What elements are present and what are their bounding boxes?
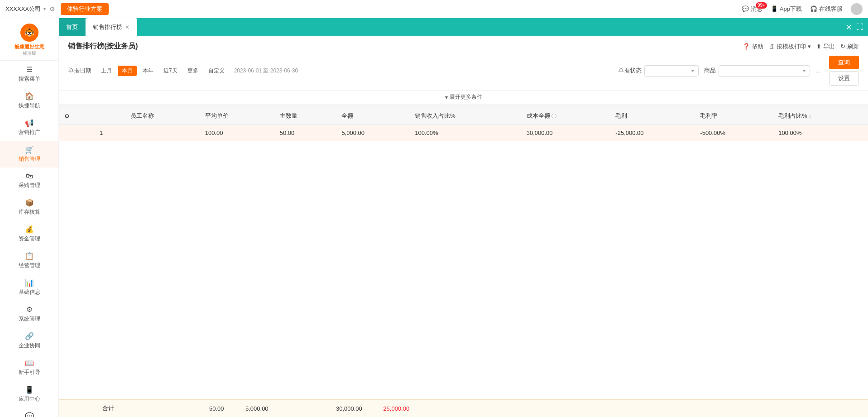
company-selector[interactable]: XXXXXX公司 ▾ bbox=[5, 5, 46, 13]
page-title: 销售排行榜(按业务员) bbox=[68, 42, 138, 51]
footer-total-label: 合计 bbox=[91, 404, 173, 412]
data-table: ⚙ 员工名称 平均单价 主数量 全额 销售收入占比% 成本全额 ⓘ 毛利 毛利率… bbox=[59, 107, 868, 141]
employee-column-header: 员工名称 bbox=[125, 107, 200, 125]
close-window-icon[interactable]: ✕ bbox=[846, 23, 852, 32]
app-center-icon: 📱 bbox=[25, 385, 34, 394]
sidebar-item-marketing[interactable]: 📢 营销推广 bbox=[0, 114, 58, 141]
row-employee bbox=[125, 125, 200, 141]
sidebar-item-purchase[interactable]: 🛍 采购管理 bbox=[0, 168, 58, 194]
sidebar-item-finance[interactable]: 💰 资金管理 bbox=[0, 220, 58, 247]
chevron-down-icon: ▾ bbox=[43, 6, 46, 11]
row-avg-price: 100.00 bbox=[200, 125, 274, 141]
message-badge: 99+ bbox=[756, 2, 767, 9]
page-header: 销售排行榜(按业务员) ❓ 帮助 🖨 按模板打印 ▾ ⬆ 导出 bbox=[59, 36, 868, 51]
cost-info-icon[interactable]: ⓘ bbox=[551, 113, 556, 119]
operations-icon: 📋 bbox=[25, 252, 34, 260]
avatar[interactable] bbox=[851, 3, 863, 15]
date-range: 2023-06-01 至 2023-06-30 bbox=[234, 67, 298, 75]
date-tab-more[interactable]: 更多 bbox=[183, 66, 202, 76]
sidebar-item-beginner[interactable]: 📖 新手引导 bbox=[0, 354, 58, 381]
export-icon: ⬆ bbox=[816, 43, 821, 50]
message-button[interactable]: 💬 消息 99+ bbox=[742, 5, 762, 13]
try-industry-button[interactable]: 体验行业方案 bbox=[61, 3, 109, 15]
sidebar-item-enterprise-collab[interactable]: 🔗 企业协同 bbox=[0, 327, 58, 354]
more-filters-button[interactable]: ... bbox=[815, 67, 820, 74]
base-info-icon: 📊 bbox=[25, 278, 34, 287]
gross-profit-column-header: 毛利 bbox=[610, 107, 695, 125]
gross-margin-column-header: 毛利率 bbox=[695, 107, 773, 125]
content-area: 首页 销售排行榜 ✕ ✕ ⛶ 销售排行榜(按业务员) ❓ 帮助 bbox=[59, 18, 868, 417]
wechat-icon: 💬 bbox=[25, 412, 34, 417]
sidebar-item-label: 基础信息 bbox=[19, 288, 40, 296]
message-icon: 💬 bbox=[742, 5, 749, 12]
top-bar: XXXXXX公司 ▾ ⚙ 体验行业方案 💬 消息 99+ 📱 App下载 🎧 在… bbox=[0, 0, 868, 18]
footer-gross-profit: -25,000.00 bbox=[381, 405, 427, 412]
home-tab-label: 首页 bbox=[66, 23, 78, 31]
company-name: XXXXXX公司 bbox=[5, 5, 41, 13]
cost-amount-column-header: 成本全额 ⓘ bbox=[521, 107, 610, 125]
sidebar-item-label: 经营管理 bbox=[19, 262, 40, 269]
tab-home[interactable]: 首页 bbox=[59, 18, 86, 36]
date-tab-this-month[interactable]: 本月 bbox=[118, 66, 137, 76]
sidebar-item-operations[interactable]: 📋 经营管理 bbox=[0, 247, 58, 274]
sidebar-item-label: 搜索菜单 bbox=[19, 75, 40, 83]
sidebar-item-quick-nav[interactable]: 🏠 快捷导航 bbox=[0, 87, 58, 114]
doc-status-select[interactable] bbox=[644, 65, 699, 77]
app-download-icon: 📱 bbox=[771, 5, 778, 12]
sidebar-item-label: 资金管理 bbox=[19, 235, 40, 243]
date-tab-custom[interactable]: 自定义 bbox=[204, 66, 229, 76]
gross-ratio-info-icon[interactable]: ↕ bbox=[809, 113, 811, 119]
finance-icon: 💰 bbox=[25, 225, 34, 234]
sidebar: 🐯 畅康通好生意 标准版 ☰ 搜索菜单 🏠 快捷导航 📢 营销推广 🛒 销售管理… bbox=[0, 18, 59, 417]
settings-button[interactable]: 设置 bbox=[829, 71, 859, 86]
filter-bar: 单据日期 上月 本月 本年 近7天 更多 自定义 2023-06-01 至 20… bbox=[59, 51, 868, 90]
purchase-icon: 🛍 bbox=[26, 172, 33, 180]
row-cost-amount: 30,000.00 bbox=[521, 125, 610, 141]
expand-bar: ▾ 展开更多条件 bbox=[59, 90, 868, 104]
export-button[interactable]: ⬆ 导出 bbox=[816, 43, 835, 51]
inventory-icon: 📦 bbox=[25, 198, 34, 207]
date-tab-this-year[interactable]: 本年 bbox=[139, 66, 158, 76]
row-sales-ratio: 100.00% bbox=[409, 125, 521, 141]
expand-more-conditions-button[interactable]: ▾ 展开更多条件 bbox=[445, 93, 482, 101]
doc-status-field: 单据状态 bbox=[618, 65, 699, 77]
footer-total-amount: 5,000.00 bbox=[245, 405, 291, 412]
logo-icon: 🐯 bbox=[20, 24, 38, 42]
template-print-button[interactable]: 🖨 按模板打印 ▾ bbox=[769, 43, 811, 51]
query-button[interactable]: 查询 bbox=[829, 56, 859, 69]
tab-close-icon[interactable]: ✕ bbox=[125, 24, 129, 30]
sidebar-item-sales[interactable]: 🛒 销售管理 bbox=[0, 141, 58, 168]
help-button[interactable]: ❓ 帮助 bbox=[743, 43, 763, 51]
date-tab-last7days[interactable]: 近7天 bbox=[159, 66, 182, 76]
refresh-button[interactable]: ↻ 刷新 bbox=[840, 43, 859, 51]
row-gross-ratio: 100.00% bbox=[773, 125, 868, 141]
sidebar-item-system[interactable]: ⚙ 系统管理 bbox=[0, 301, 58, 327]
app-download-button[interactable]: 📱 App下载 bbox=[771, 5, 802, 13]
gross-ratio-column-header: 毛利占比% ↕ bbox=[773, 107, 868, 125]
row-main-qty: 50.00 bbox=[274, 125, 336, 141]
online-service-button[interactable]: 🎧 在线客服 bbox=[810, 5, 843, 13]
date-label: 单据日期 bbox=[68, 67, 91, 75]
footer-main-qty: 50.00 bbox=[209, 405, 245, 412]
sidebar-item-label: 快捷导航 bbox=[19, 102, 40, 110]
help-label: 帮助 bbox=[752, 43, 763, 51]
row-gross-margin: -500.00% bbox=[695, 125, 773, 141]
row-settings bbox=[59, 125, 94, 141]
date-tab-prev-month[interactable]: 上月 bbox=[97, 66, 116, 76]
sidebar-item-app-center[interactable]: 📱 应用中心 bbox=[0, 381, 58, 407]
tab-sales-ranking[interactable]: 销售排行榜 ✕ bbox=[86, 18, 137, 36]
sidebar-item-enterprise-wechat[interactable]: 💬 企业微信 bbox=[0, 407, 58, 417]
sidebar-item-label: 应用中心 bbox=[19, 395, 40, 403]
print-icon: 🖨 bbox=[769, 43, 775, 50]
chevron-down-expand-icon: ▾ bbox=[445, 94, 448, 101]
sidebar-item-label: 企业协同 bbox=[19, 342, 40, 350]
sidebar-item-inventory[interactable]: 📦 库存核算 bbox=[0, 194, 58, 220]
settings-column-header[interactable]: ⚙ bbox=[59, 107, 94, 125]
sidebar-item-label: 销售管理 bbox=[19, 155, 40, 163]
settings-icon[interactable]: ⚙ bbox=[49, 5, 55, 13]
maximize-icon[interactable]: ⛶ bbox=[856, 23, 863, 31]
goods-input[interactable] bbox=[719, 65, 810, 77]
sidebar-item-base-info[interactable]: 📊 基础信息 bbox=[0, 274, 58, 301]
tab-bar-right: ✕ ⛶ bbox=[841, 18, 868, 36]
sidebar-item-search-order[interactable]: ☰ 搜索菜单 bbox=[0, 61, 58, 87]
